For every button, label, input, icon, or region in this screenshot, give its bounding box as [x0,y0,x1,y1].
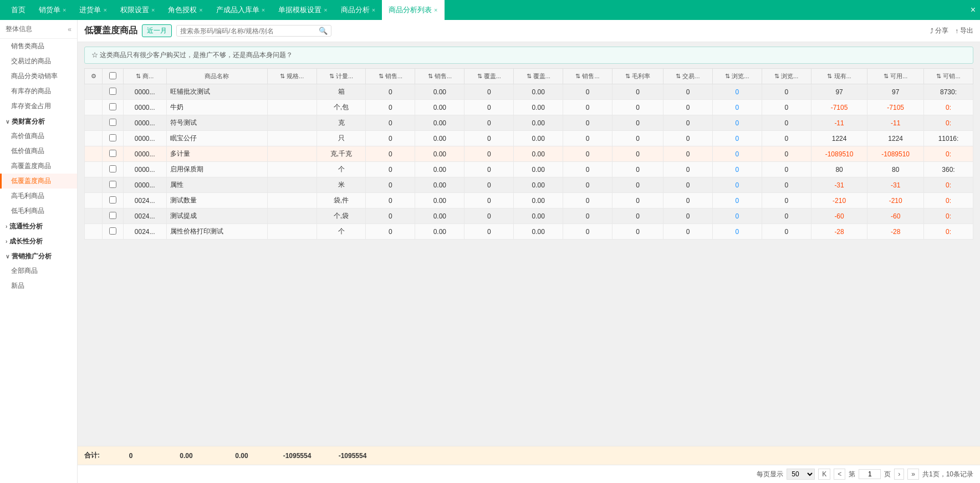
col-unit-header[interactable]: ⇅ 计量... [317,69,366,84]
sidebar-item-high-value[interactable]: 高价值商品 [0,129,77,144]
view1-link[interactable]: 0 [736,181,739,189]
sidebar-section-liquidity[interactable]: › 流通性分析 [0,218,77,233]
col-id-header[interactable]: ⇅ 商... [123,69,166,84]
col-gross-margin-header[interactable]: ⇅ 毛利率 [612,69,663,84]
next-page-button[interactable]: › [894,469,904,480]
col-current-stock-header[interactable]: ⇅ 现有... [811,69,867,84]
nav-close-icon[interactable]: × [199,7,202,13]
view1-link[interactable]: 0 [736,135,739,143]
view1-link[interactable]: 0 [736,228,739,236]
sidebar-item-high-coverage[interactable]: 高覆盖度商品 [0,159,77,174]
col-sale-amount-header[interactable]: ⇅ 销售... [415,69,465,84]
col-name-header[interactable]: 商品名称 [166,69,267,84]
col-sale-val-header[interactable]: ⇅ 销售... [563,69,612,84]
view1-link[interactable]: 0 [736,104,739,111]
col-cov1-header[interactable]: ⇅ 覆盖... [465,69,514,84]
view1-link[interactable]: 0 [736,88,739,96]
nav-permission-settings[interactable]: 权限设置 × [114,0,161,20]
prev-page-button[interactable]: < [834,469,845,480]
nav-close-icon[interactable]: × [434,7,437,13]
row-select-checkbox[interactable] [109,181,116,188]
row-view1[interactable]: 0 [712,193,762,209]
row-checkbox[interactable] [103,84,123,100]
view1-link[interactable]: 0 [736,166,739,174]
row-view1[interactable]: 0 [712,209,762,224]
row-select-checkbox[interactable] [109,134,116,141]
row-select-checkbox[interactable] [109,119,116,126]
row-checkbox[interactable] [103,209,123,224]
share-button[interactable]: ⤴ 分享 [930,26,948,35]
first-page-button[interactable]: K [818,469,830,480]
nav-close-icon[interactable]: × [262,7,265,13]
row-select-checkbox[interactable] [109,165,116,172]
row-select-checkbox[interactable] [109,103,116,110]
col-view2-header[interactable]: ⇅ 浏览... [762,69,811,84]
row-view1[interactable]: 0 [712,177,762,193]
sidebar-item-in-stock[interactable]: 有库存的商品 [0,84,77,99]
col-cov2-header[interactable]: ⇅ 覆盖... [514,69,563,84]
row-checkbox[interactable] [103,162,123,177]
window-close-button[interactable]: × [971,5,976,15]
current-page-input[interactable] [859,469,881,479]
col-sale-qty-header[interactable]: ⇅ 销售... [366,69,415,84]
sidebar-item-high-margin[interactable]: 高毛利商品 [0,189,77,204]
nav-home[interactable]: 首页 [4,0,32,20]
nav-product-analysis[interactable]: 商品分析 × [334,0,382,20]
nav-template-settings[interactable]: 单据模板设置 × [272,0,334,20]
col-settings[interactable]: ⚙ [85,69,103,84]
row-view1[interactable]: 0 [712,115,762,131]
last-page-button[interactable]: » [907,469,919,480]
nav-sales-order[interactable]: 销货单 × [32,0,73,20]
nav-close-icon[interactable]: × [103,7,106,13]
page-size-select[interactable]: 50 20 100 [787,469,815,480]
row-view1[interactable]: 0 [712,162,762,177]
sidebar-item-sales-products[interactable]: 销售类商品 [0,39,77,54]
search-input[interactable] [180,27,319,35]
col-view1-header[interactable]: ⇅ 浏览... [712,69,762,84]
row-checkbox[interactable] [103,131,123,146]
col-trade-header[interactable]: ⇅ 交易... [663,69,713,84]
sidebar-item-low-coverage[interactable]: 低覆盖度商品 [0,174,77,189]
row-view1[interactable]: 0 [712,224,762,240]
col-checkbox-header[interactable] [103,69,123,84]
sidebar-item-all-products[interactable]: 全部商品 [0,263,77,278]
nav-close-icon[interactable]: × [151,7,155,13]
row-checkbox[interactable] [103,146,123,162]
row-select-checkbox[interactable] [109,150,116,157]
nav-product-analysis-list[interactable]: 商品分析列表 × [382,0,444,20]
sidebar-section-growth[interactable]: › 成长性分析 [0,233,77,248]
view1-link[interactable]: 0 [736,197,739,205]
row-checkbox[interactable] [103,177,123,193]
sidebar-collapse-button[interactable]: « [68,26,72,33]
row-checkbox[interactable] [103,193,123,209]
sidebar-item-low-value[interactable]: 低价值商品 [0,144,77,159]
select-all-checkbox[interactable] [109,72,116,79]
sidebar-item-category-activity[interactable]: 商品分类动销率 [0,69,77,84]
view1-link[interactable]: 0 [736,212,739,220]
view1-link[interactable]: 0 [736,150,739,158]
sidebar-item-new-products[interactable]: 新品 [0,278,77,293]
row-view1[interactable]: 0 [712,146,762,162]
col-saleable-header[interactable]: ⇅ 可销... [924,69,973,84]
view1-link[interactable]: 0 [736,119,739,127]
export-button[interactable]: ↑ 导出 [955,26,973,35]
row-checkbox[interactable] [103,100,123,115]
nav-close-icon[interactable]: × [324,7,327,13]
sidebar-section-marketing[interactable]: ∨ 营销推广分析 [0,248,77,263]
nav-close-icon[interactable]: × [63,7,66,13]
date-filter-button[interactable]: 近一月 [142,24,172,37]
nav-product-warehouse[interactable]: 产成品入库单 × [210,0,272,20]
nav-purchase-order[interactable]: 进货单 × [73,0,113,20]
sidebar-item-stock-capital[interactable]: 库存资金占用 [0,99,77,114]
col-spec-header[interactable]: ⇅ 规格... [267,69,317,84]
col-available-stock-header[interactable]: ⇅ 可用... [867,69,924,84]
sidebar-item-traded-products[interactable]: 交易过的商品 [0,54,77,69]
sidebar-item-low-margin[interactable]: 低毛利商品 [0,204,77,218]
row-checkbox[interactable] [103,224,123,240]
nav-close-icon[interactable]: × [372,7,375,13]
row-view1[interactable]: 0 [712,131,762,146]
row-select-checkbox[interactable] [109,88,116,95]
nav-role-auth[interactable]: 角色授权 × [161,0,209,20]
row-select-checkbox[interactable] [109,227,116,235]
row-select-checkbox[interactable] [109,212,116,219]
